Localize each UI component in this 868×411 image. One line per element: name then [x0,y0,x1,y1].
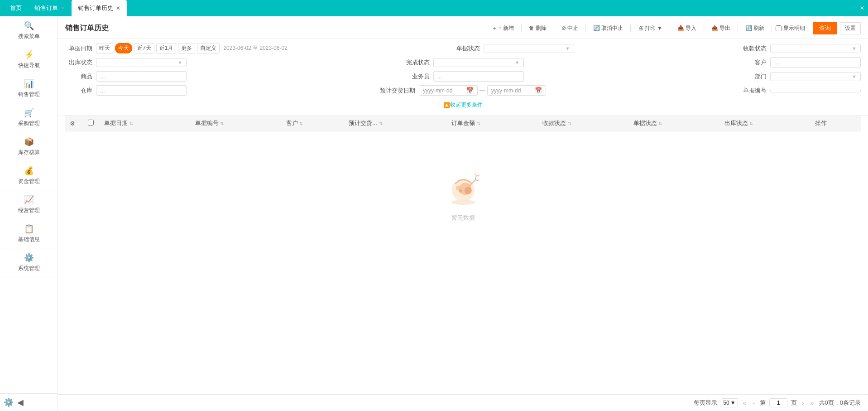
new-button[interactable]: ＋ + 新增 [488,23,518,34]
date-btn-custom[interactable]: 自定义 [197,43,220,53]
cancel-stop-button[interactable]: 🔄 取消中止 [590,23,627,34]
col-orderno-sort[interactable]: ⇅ [220,121,224,126]
warehouse-input[interactable]: ... [96,85,187,96]
col-out-status-sort[interactable]: ⇅ [749,121,753,126]
sidebar-settings-btn[interactable]: ⚙️ [4,397,14,407]
sidebar-item-system[interactable]: ⚙️ 系统管理 [0,248,58,277]
sidebar-item-quick-nav[interactable]: ⚡ 快捷导航 [0,45,58,74]
stop-icon: ⊘ [561,25,566,31]
window-close-btn[interactable]: ✕ [860,5,864,11]
export-button[interactable]: 📤 导出 [708,23,734,34]
first-page-btn[interactable]: « [742,399,748,406]
print-button[interactable]: 🖨 打印 ▼ [634,23,666,34]
delete-button[interactable]: 🗑 删除 [525,23,550,34]
sales-person-input[interactable]: ... [433,71,524,82]
col-amount-sort[interactable]: ⇅ [477,121,480,126]
collapse-filter-btn[interactable]: 🔼 收起更多条件 [65,99,861,111]
delivery-date-end-text: yyyy-mm-dd [491,87,521,94]
print-dropdown-icon: ▼ [657,25,662,31]
svg-point-3 [464,187,471,194]
department-label: 部门 [739,73,767,81]
sidebar-item-sales-mgmt[interactable]: 📊 销售管理 [0,74,58,103]
sidebar-item-basic-info-label: 基础信息 [18,236,40,243]
page-size-value: 50 [723,400,729,406]
print-label: 打印 [645,24,656,32]
main-layout: 🔍 搜索菜单 ⚡ 快捷导航 📊 销售管理 🛒 采购管理 📦 库存核算 💰 资金管… [0,16,868,411]
col-amount[interactable]: 订单金额 ⇅ [447,116,538,131]
finance-icon: 💰 [24,166,34,176]
col-pay-status-sort[interactable]: ⇅ [568,121,571,126]
col-delivery-sort[interactable]: ⇅ [379,121,383,126]
product-input[interactable]: ... [96,71,187,82]
page-size-arrow: ▼ [730,400,736,406]
sidebar-item-basic-info[interactable]: 📋 基础信息 [0,219,58,248]
import-button[interactable]: 📥 导入 [674,23,700,34]
query-label: 查询 [819,24,831,32]
order-status-select[interactable]: ▼ [484,44,574,53]
delivery-date-end[interactable]: yyyy-mm-dd 📅 [487,85,546,96]
sidebar-item-search-menu-label: 搜索菜单 [18,33,40,40]
customer-input[interactable]: ... [770,57,861,68]
col-gear[interactable]: ⚙ [65,116,83,131]
sidebar-item-finance[interactable]: 💰 资金管理 [0,161,58,190]
completion-status-select[interactable]: ▼ [433,58,524,67]
sales-person-dots: ... [437,73,442,80]
sales-person-label: 业务员 [403,73,430,81]
date-btn-1month[interactable]: 近1月 [156,43,177,53]
export-label: 导出 [719,24,730,32]
tab-sales-order-close[interactable]: ✕ [61,5,65,11]
col-pay-status[interactable]: 收款状态 ⇅ [538,116,629,131]
sidebar-item-operations-label: 经营管理 [18,207,40,214]
payment-status-select[interactable]: ▼ [770,44,861,53]
page-size-select[interactable]: 50 ▼ [721,398,738,407]
next-page-btn[interactable]: › [801,399,806,406]
sidebar-collapse-btn[interactable]: ◀ [17,397,24,407]
department-select[interactable]: ▼ [770,72,861,81]
sidebar-item-search-menu[interactable]: 🔍 搜索菜单 [0,16,58,45]
stop-button[interactable]: ⊘ 中止 [558,23,582,34]
col-out-status[interactable]: 出库状态 ⇅ [720,116,811,131]
delivery-date-start[interactable]: yyyy-mm-dd 📅 [419,85,478,96]
date-btn-today[interactable]: 今天 [115,43,132,53]
sidebar-item-inventory[interactable]: 📦 库存核算 [0,132,58,161]
col-customer-label: 客户 [286,120,298,126]
display-details-checkbox[interactable] [776,25,782,31]
col-orderno[interactable]: 单据编号 ⇅ [191,116,282,131]
sidebar-item-operations[interactable]: 📈 经营管理 [0,190,58,219]
settings-button[interactable]: 设置 [840,22,861,34]
col-order-status-sort[interactable]: ⇅ [658,121,662,126]
col-delivery-label: 预计交货... [349,120,377,126]
select-all-checkbox[interactable] [88,120,94,126]
divider2 [554,24,554,32]
display-details-label[interactable]: 显示明细 [776,24,805,32]
refresh-icon: 🔃 [745,25,752,31]
tab-sales-history[interactable]: 销售订单历史 ✕ [72,0,127,16]
col-customer-sort[interactable]: ⇅ [299,121,303,126]
date-btn-7days[interactable]: 近7天 [134,43,154,53]
current-page-input[interactable] [769,398,787,407]
col-order-status[interactable]: 单据状态 ⇅ [629,116,720,131]
product-label: 商品 [65,73,92,81]
sidebar-item-purchase-mgmt[interactable]: 🛒 采购管理 [0,103,58,132]
query-button[interactable]: 查询 [813,22,837,34]
date-btn-more[interactable]: 更多 [178,43,195,53]
col-date[interactable]: 单据日期 ⇅ [100,116,191,131]
col-date-sort[interactable]: ⇅ [129,121,133,126]
tab-sales-order[interactable]: 销售订单 ✕ [28,0,72,16]
completion-status-label: 完成状态 [403,58,430,67]
delivery-date-group: yyyy-mm-dd 📅 — yyyy-mm-dd 📅 [419,85,546,96]
tab-sales-history-close[interactable]: ✕ [116,5,120,11]
col-customer[interactable]: 客户 ⇅ [282,116,344,131]
outbound-status-select[interactable]: ▼ [96,58,187,67]
table-header-row: ⚙ 单据日期 ⇅ 单据编号 ⇅ 客户 [65,116,861,131]
last-page-btn[interactable]: » [809,399,815,406]
tab-home[interactable]: 首页 [4,0,28,16]
col-orderno-label: 单据编号 [195,120,219,126]
order-no-input[interactable] [770,89,861,92]
prev-page-btn[interactable]: ‹ [751,399,756,406]
refresh-button[interactable]: 🔃 刷新 [742,23,768,34]
col-order-status-label: 单据状态 [633,120,657,126]
col-delivery[interactable]: 预计交货... ⇅ [344,116,447,131]
sidebar-item-system-label: 系统管理 [18,265,40,272]
date-btn-yesterday[interactable]: 昨天 [96,43,113,53]
